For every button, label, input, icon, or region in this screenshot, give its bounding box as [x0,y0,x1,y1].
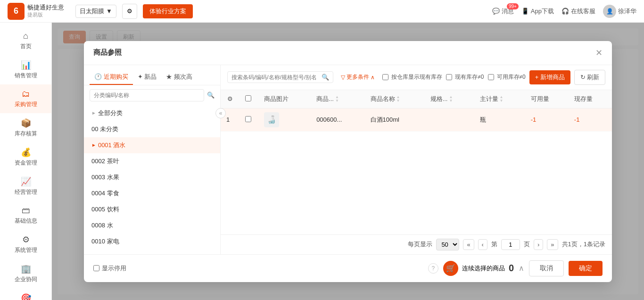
recent-icon: 🕐 [94,73,102,80]
product-table-container: ⚙ 商品图片 [221,90,612,234]
fold-btn[interactable]: ∧ [519,264,524,273]
category-0003[interactable]: 0003 水果 [84,169,220,185]
category-list: ► 全部分类 00 未分类 ► 0001 酒水 0002 茶 [84,105,220,250]
product-ref-modal: 商品参照 ✕ 🕐 近期购买 ✦ [84,41,612,282]
table-row[interactable]: 1 🍶 [221,108,612,131]
sidebar-item-system[interactable]: ⚙ 系统管理 [0,230,51,259]
tab-new[interactable]: ✦ 新品 [133,70,162,85]
confirm-btn[interactable]: 确定 [569,261,603,276]
sidebar-item-finance[interactable]: 💰 资金管理 [0,142,51,172]
purchase-icon: 🗂 [22,89,30,99]
name-sort-icon: ▲▼ [396,95,400,103]
th-code[interactable]: 商品... ▲▼ [311,90,364,108]
category-0005[interactable]: 0005 饮料 [84,201,220,217]
modal-body: 🕐 近期购买 ✦ 新品 ★ 频次高 [84,65,612,254]
td-available: -1 [525,108,569,131]
th-settings[interactable]: ⚙ [221,90,239,108]
sidebar-item-home[interactable]: ⌂ 首页 [0,26,51,55]
page-number-input[interactable] [501,239,520,250]
help-icon[interactable]: ? [428,263,438,274]
category-0004[interactable]: 0004 零食 [84,185,220,201]
per-page-select[interactable]: 50 [436,239,459,250]
modal-title: 商品参照 [93,48,122,57]
td-unit: 瓶 [474,108,525,131]
category-search-icon[interactable]: 🔍 [207,92,215,99]
logo-icon: 6 [8,3,25,20]
code-sort-icon: ▲▼ [335,95,339,103]
product-search-box: 🔍 [227,71,333,83]
prev-page-btn[interactable]: ‹ [478,239,487,250]
sidebar-item-sales[interactable]: 📊 销售管理 [0,55,51,84]
spec-sort-icon: ▲▼ [449,95,453,103]
product-search-input[interactable] [231,74,320,81]
avatar: 👤 [603,5,616,18]
finance-icon: 💰 [21,147,31,158]
th-unit[interactable]: 主计量 ▲▼ [474,90,525,108]
logo-area: 6 畅捷通好生意 捷易版 [8,3,64,20]
app-download-btn[interactable]: 📱 App下载 [521,7,554,16]
tab-frequent[interactable]: ★ 频次高 [161,70,197,85]
product-search-icon[interactable]: 🔍 [322,74,329,81]
add-product-btn[interactable]: + 新增商品 [529,70,570,84]
sidebar-item-enterprise[interactable]: 🏢 企业协同 [0,259,51,288]
checkbox-avail-ne0-input[interactable] [488,74,494,80]
select-all-checkbox[interactable] [245,95,251,101]
settings-icon[interactable]: ⚙ [122,4,137,19]
user-area[interactable]: 👤 徐泽华 [603,5,636,18]
category-00[interactable]: 00 未分类 [84,121,220,137]
td-checkbox[interactable] [239,108,258,131]
category-0001[interactable]: ► 0001 酒水 [84,137,220,153]
collapse-panel-btn[interactable]: « [215,108,226,118]
td-code: 000600... [311,108,364,131]
category-all[interactable]: ► 全部分类 [84,105,220,121]
online-service-btn[interactable]: 🎧 在线客服 [561,7,595,16]
sidebar-item-inventory[interactable]: 📦 库存核算 [0,113,51,142]
sidebar-item-purchase[interactable]: 🗂 采购管理 [0,84,51,113]
filter-icon: ▽ [341,74,345,81]
home-icon: ⌂ [23,31,28,41]
checkbox-stock-ne0-input[interactable] [446,74,452,80]
modal-close-btn[interactable]: ✕ [595,48,603,58]
sidebar-item-basic[interactable]: 🗃 基础信息 [0,201,51,230]
cart-label: 连续选择的商品 [462,264,505,273]
th-spec[interactable]: 规格... ▲▼ [425,90,474,108]
sidebar-item-operations[interactable]: 📈 经营管理 [0,172,51,201]
category-search: 🔍 [84,89,220,101]
selected-count: 0 [509,263,514,274]
refresh-btn[interactable]: ↻ 刷新 [574,70,605,85]
cancel-btn[interactable]: 取消 [529,260,564,276]
sidebar: ⌂ 首页 📊 销售管理 🗂 采购管理 📦 库存核算 💰 资金管理 📈 经营管理 … [0,23,52,300]
toolbar-right: + 新增商品 ↻ 刷新 [529,70,605,85]
first-page-btn[interactable]: « [463,239,474,250]
inventory-icon: 📦 [21,118,31,128]
sidebar-item-newbie[interactable]: 🎯 新手引导 [0,288,51,300]
checkbox-avail-ne0[interactable]: 可用库存≠0 [488,73,526,81]
category-0008[interactable]: 0008 水 [84,217,220,233]
th-name[interactable]: 商品名称 ▲▼ [365,90,425,108]
category-0010[interactable]: 0010 家电 [84,233,220,250]
modal-header: 商品参照 ✕ [84,41,612,65]
last-page-btn[interactable]: » [547,239,558,250]
right-panel: 🔍 ▽ 更多条件 ∧ 按仓库显示现有库存 [221,65,612,254]
next-page-btn[interactable]: › [534,239,543,250]
messages-btn[interactable]: 💬 消息 99+ [492,7,514,16]
modal-overlay: 商品参照 ✕ 🕐 近期购买 ✦ [52,23,644,300]
show-disabled-check[interactable]: 显示停用 [93,264,126,273]
checkbox-warehouse-input[interactable] [382,74,388,80]
tab-recent[interactable]: 🕐 近期购买 [90,70,133,85]
store-selector[interactable]: 日太阳膜 ▼ [75,5,116,18]
th-checkbox [239,90,258,108]
th-image: 商品图片 [258,90,311,108]
show-disabled-input[interactable] [93,265,99,271]
unit-sort-icon: ▲▼ [500,95,504,103]
cart-area[interactable]: 🛒 连续选择的商品 0 [443,261,514,276]
checkbox-stock-ne0[interactable]: 现有库存≠0 [446,73,484,81]
filter-btn[interactable]: ▽ 更多条件 ∧ [337,71,379,83]
checkbox-warehouse[interactable]: 按仓库显示现有库存 [382,73,442,81]
category-search-input[interactable] [90,89,204,101]
row-checkbox[interactable] [245,116,251,122]
product-thumb: 🍶 [264,112,279,127]
category-0002[interactable]: 0002 茶叶 [84,153,220,169]
experience-btn[interactable]: 体验行业方案 [143,4,193,18]
td-image: 🍶 [258,108,311,131]
